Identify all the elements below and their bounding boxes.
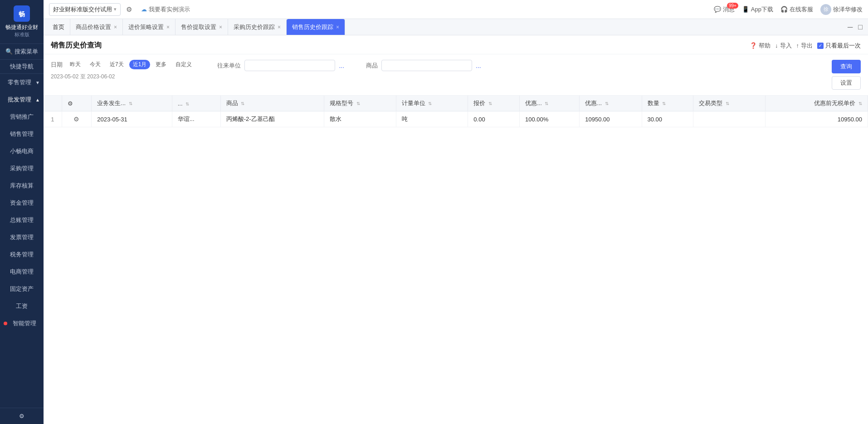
col-spec[interactable]: 规格型号 ⇅ (324, 96, 396, 111)
sidebar-item-quick-nav[interactable]: 快捷导航 (0, 60, 44, 74)
data-table: ⚙ 业务发生... ⇅ ... ⇅ 商品 ⇅ (44, 96, 868, 127)
message-icon: 💬 (714, 6, 721, 13)
table-row: 1 ⚙ 2023-05-31 华谊... 丙烯酸-2-乙基己酯 散水 吨 0.0… (44, 111, 868, 127)
col-extra[interactable]: ... ⇅ (172, 96, 220, 111)
sidebar-item-smart[interactable]: 智能管理 (0, 315, 44, 332)
col-quantity[interactable]: 数量 ⇅ (642, 96, 693, 111)
table-area: ⚙ 业务发生... ⇅ ... ⇅ 商品 ⇅ (44, 96, 868, 424)
close-icon[interactable]: × (114, 24, 117, 30)
cell-price: 0.00 (468, 111, 520, 127)
help-icon: ❓ (750, 42, 757, 49)
sidebar-item-purchase[interactable]: 采购管理 (0, 160, 44, 177)
sidebar-item-marketing[interactable]: 营销推广 (0, 108, 44, 125)
table-header-row: ⚙ 业务发生... ⇅ ... ⇅ 商品 ⇅ (44, 96, 868, 111)
tab-sale-extract[interactable]: 售价提取设置 × (176, 19, 228, 35)
sort-icon: ⇅ (605, 101, 609, 106)
close-icon[interactable]: × (166, 24, 170, 30)
avatar: 徐 (820, 4, 831, 15)
col-product[interactable]: 商品 ⇅ (220, 96, 324, 111)
sidebar-item-search[interactable]: 🔍 搜索菜单 (0, 44, 44, 60)
search-icon: 🔍 (5, 48, 13, 55)
import-action[interactable]: ↓ 导入 (775, 42, 792, 50)
from-unit-input[interactable] (244, 60, 335, 71)
close-icon[interactable]: × (336, 24, 339, 30)
sort-icon: ⇅ (428, 101, 432, 106)
page-title: 销售历史价查询 (51, 41, 102, 50)
cell-transaction-type (693, 111, 766, 127)
tab-home[interactable]: 首页 (47, 19, 70, 35)
col-price[interactable]: 报价 ⇅ (468, 96, 520, 111)
date-pill-today[interactable]: 今天 (86, 60, 104, 69)
cell-pretax-price: 10950.00 (765, 111, 868, 127)
col-unit[interactable]: 计量单位 ⇅ (396, 96, 468, 111)
date-pills: 昨天 今天 近7天 近1月 更多 自定义 (66, 60, 195, 69)
close-icon[interactable]: × (219, 24, 222, 30)
maximize-button[interactable]: □ (856, 21, 864, 33)
online-service-button[interactable]: 🎧 在线客服 (780, 5, 813, 14)
date-pill-yesterday[interactable]: 昨天 (66, 60, 84, 69)
sidebar-item-invoice[interactable]: 发票管理 (0, 229, 44, 246)
page-header: 销售历史价查询 ❓ 帮助 ↓ 导入 ↑ 导出 ✓ 只 (44, 35, 868, 54)
edition-selector[interactable]: 好业财标准版交付试用 ▾ (49, 3, 121, 16)
minimize-button[interactable]: ─ (846, 21, 854, 33)
sidebar-logo: 畅 畅捷通好业财 标准版 (0, 0, 44, 44)
settings-button[interactable]: 设置 (832, 76, 861, 90)
sort-icon: ⇅ (858, 101, 862, 106)
sort-icon: ⇅ (488, 101, 492, 106)
tab-purchase-history[interactable]: 采购历史价跟踪 × (228, 19, 287, 35)
sidebar-item-tax[interactable]: 税务管理 (0, 246, 44, 263)
date-pill-1month[interactable]: 近1月 (129, 60, 151, 69)
topbar: 好业财标准版交付试用 ▾ ⚙ ☁ 我要看实例演示 💬 消息 99+ 📱 App下… (44, 0, 868, 19)
app-logo-icon: 畅 (14, 5, 30, 22)
cell-spec: 散水 (324, 111, 396, 127)
app-download-button[interactable]: 📱 App下载 (742, 5, 773, 14)
product-label: 商品 (366, 62, 378, 70)
close-icon[interactable]: × (278, 24, 281, 30)
sidebar-item-ecommerce-small[interactable]: 小畅电商 (0, 143, 44, 160)
col-pretax-price[interactable]: 优惠前无税单价 ⇅ (765, 96, 868, 111)
export-icon: ↑ (796, 42, 800, 49)
export-action[interactable]: ↑ 导出 (796, 42, 813, 50)
only-last-checkbox[interactable]: ✓ 只看最后一次 (817, 42, 861, 50)
edition-label: 好业财标准版交付试用 (53, 5, 112, 14)
topbar-gear-button[interactable]: ⚙ (124, 4, 134, 15)
sidebar-item-ecommerce[interactable]: 电商管理 (0, 263, 44, 280)
cell-index: 1 (44, 111, 62, 127)
from-unit-select-button[interactable]: ... (339, 62, 344, 69)
messages-button[interactable]: 💬 消息 99+ (714, 5, 735, 14)
col-transaction-type[interactable]: 交易类型 ⇅ (693, 96, 766, 111)
headset-icon: 🎧 (780, 6, 788, 13)
col-gear: ⚙ (62, 96, 92, 111)
gear-icon[interactable]: ⚙ (68, 100, 73, 107)
col-date[interactable]: 业务发生... ⇅ (92, 96, 172, 111)
sidebar-item-finance[interactable]: 资金管理 (0, 194, 44, 212)
tab-bar: 首页 商品价格设置 × 进价策略设置 × 售价提取设置 × 采购历史价跟踪 × … (44, 19, 868, 35)
from-unit-filter: 往来单位 ... (217, 60, 344, 71)
date-filter: 日期 昨天 今天 近7天 近1月 更多 自定义 (51, 60, 195, 69)
sidebar-item-sales[interactable]: 销售管理 (0, 125, 44, 143)
message-badge: 99+ (727, 3, 738, 9)
cell-gear[interactable]: ⚙ (62, 111, 92, 127)
date-pill-7days[interactable]: 近7天 (106, 60, 127, 69)
sidebar-item-retail[interactable]: 零售管理 ▼ (0, 74, 44, 91)
checkbox-box: ✓ (817, 43, 824, 49)
col-discount-price[interactable]: 优惠... ⇅ (580, 96, 642, 111)
demo-link[interactable]: ☁ 我要看实例演示 (141, 5, 190, 14)
sidebar-item-inventory[interactable]: 库存核算 (0, 177, 44, 194)
product-input[interactable] (381, 60, 472, 71)
date-pill-more[interactable]: 更多 (152, 60, 170, 69)
product-select-button[interactable]: ... (476, 62, 481, 69)
date-pill-custom[interactable]: 自定义 (172, 60, 195, 69)
col-discount-rate[interactable]: 优惠... ⇅ (519, 96, 579, 111)
user-menu[interactable]: 徐 徐泽华修改 (820, 4, 863, 15)
tab-price[interactable]: 商品价格设置 × (70, 19, 123, 35)
sidebar-settings-button[interactable]: ⚙ (0, 408, 44, 424)
sidebar-item-general-ledger[interactable]: 总账管理 (0, 212, 44, 229)
tab-sale-history[interactable]: 销售历史价跟踪 × (287, 19, 345, 35)
sidebar-item-fixed-assets[interactable]: 固定资产 (0, 280, 44, 298)
tab-purchase-strategy[interactable]: 进价策略设置 × (123, 19, 176, 35)
sidebar-item-wholesale[interactable]: 批发管理 ▲ (0, 91, 44, 108)
help-action[interactable]: ❓ 帮助 (750, 42, 770, 50)
query-button[interactable]: 查询 (832, 60, 861, 73)
sidebar-item-salary[interactable]: 工资 (0, 298, 44, 315)
